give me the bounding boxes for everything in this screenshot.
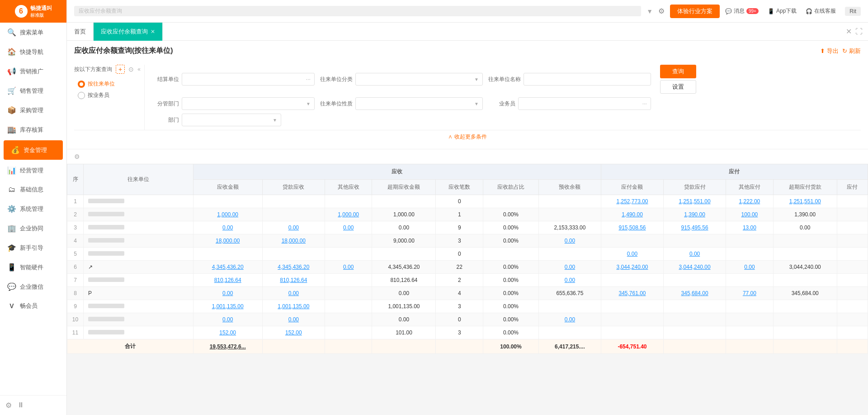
page-title: 应收应付余额查询(按往来单位): [74, 46, 173, 56]
filter-header: 按以下方案查询 + ⊙ «: [74, 65, 141, 74]
marketing-icon: 📢: [7, 67, 16, 76]
sidebar-item-label: 采购管理: [20, 106, 43, 114]
page-actions: ⬆ 导出 ↻ 刷新: [820, 47, 861, 55]
sidebar-item-label: 畅会员: [20, 302, 38, 310]
col-loan-ap: 贷款应付: [664, 180, 726, 195]
col-overdue-ar: 超期应收金额: [372, 180, 436, 195]
table-area: ⚙ 序 往来单位 应收 应付 应收金额: [67, 149, 868, 354]
tab-query-label: 应收应付余额查询: [101, 28, 148, 36]
tab-query[interactable]: 应收应付余额查询 ✕: [94, 23, 163, 41]
salesman-label: 业务员: [488, 100, 515, 108]
top-header: 应收应付余额查询 ▼ ⚙ 体验行业方案 💬 消息 99+ 📱 App下载 🎧 在…: [67, 0, 868, 23]
col-ar-ratio: 应收款占比: [483, 180, 539, 195]
sidebar-item-member[interactable]: V 畅会员: [0, 296, 66, 315]
cta-button[interactable]: 体验行业方案: [670, 5, 720, 18]
total-ar[interactable]: 19,553,472,6...: [193, 339, 262, 354]
pause-bottom-btn[interactable]: ⏸: [17, 401, 24, 410]
total-prepay: 6,417,215....: [538, 339, 601, 354]
filter-settings-btn[interactable]: ⊙: [128, 66, 134, 73]
salesman-input[interactable]: ···: [518, 97, 651, 110]
sidebar-item-quicknav[interactable]: 🏠 快捷导航: [0, 42, 66, 62]
col-ar-group-header: 应收: [193, 164, 601, 180]
sidebar-item-device[interactable]: 📱 智能硬件: [0, 258, 66, 277]
settings-icon[interactable]: ⚙: [658, 7, 665, 15]
table-row: 9 1,001,135.00 1,001,135.00 1,001,135.00…: [67, 300, 868, 313]
page-inner: 应收应付余额查询(按往来单位) ⬆ 导出 ↻ 刷新: [67, 41, 868, 354]
app-download-btn[interactable]: 📱 App下载: [768, 7, 797, 15]
tab-expand-btn[interactable]: ⛶: [855, 28, 863, 36]
sidebar-item-sales[interactable]: 🛒 销售管理: [0, 81, 66, 100]
sidebar-item-search[interactable]: 🔍 搜索菜单: [0, 23, 66, 42]
sidebar-item-label: 经营管理: [20, 167, 43, 175]
collapse-more-btn[interactable]: ∧ 收起更多条件: [74, 130, 861, 143]
tab-close-window-btn[interactable]: ✕: [846, 27, 852, 36]
export-btn[interactable]: ⬆ 导出: [820, 47, 839, 55]
dept-head-label: 分管部门: [152, 100, 179, 108]
nav-dropdown-btn[interactable]: ▼: [646, 8, 653, 15]
dept-label: 部门: [152, 116, 179, 124]
tab-close-icon[interactable]: ✕: [151, 29, 155, 35]
sidebar-item-label: 销售管理: [20, 87, 43, 95]
settings-bottom-btn[interactable]: ⚙: [5, 401, 12, 410]
system-icon: ⚙️: [7, 205, 16, 213]
sidebar-item-finance[interactable]: 💰 资金管理: [4, 140, 63, 160]
col-ap-amount: 应付金额: [601, 180, 663, 195]
settlement-input[interactable]: ···: [182, 73, 315, 86]
sidebar-item-system[interactable]: ⚙️ 系统管理: [0, 199, 66, 219]
device-icon: 📱: [7, 263, 16, 272]
sidebar-item-label: 企业微信: [20, 283, 43, 291]
sidebar-item-inventory[interactable]: 🏬 库存核算: [0, 120, 66, 139]
table-settings-icon[interactable]: ⚙: [74, 153, 80, 160]
sidebar-item-label: 新手引导: [20, 244, 43, 252]
sidebar-item-label: 系统管理: [20, 205, 43, 213]
dept-input[interactable]: ▼: [182, 114, 281, 126]
filter-collapse-btn[interactable]: «: [137, 66, 141, 72]
wechat-icon: 💬: [7, 282, 16, 291]
service-btn[interactable]: 🎧 在线客服: [806, 7, 836, 15]
message-btn[interactable]: 💬 消息 99+: [725, 7, 759, 15]
col-prepay: 预收余额: [538, 180, 601, 195]
app-icon: 📱: [768, 8, 774, 14]
page-content: 应收应付余额查询(按往来单位) ⬆ 导出 ↻ 刷新: [67, 41, 868, 415]
partner-name-label: 往来单位名称: [488, 76, 521, 83]
refresh-btn[interactable]: ↻ 刷新: [842, 47, 861, 55]
sidebar: 6 畅捷通叫 标准版 🔍 搜索菜单 🏠 快捷导航 📢 营销推广 🛒 销售管理 📦…: [0, 0, 67, 415]
user-avatar[interactable]: Rit: [845, 8, 861, 14]
settlement-label: 结算单位: [152, 76, 179, 83]
partner-category-input[interactable]: ▼: [355, 73, 483, 86]
filter-option-salesman[interactable]: 按业务员: [74, 90, 141, 101]
dept-head-input[interactable]: ▼: [182, 97, 315, 110]
sidebar-item-label: 快捷导航: [20, 48, 43, 56]
col-ar-count: 应收笔数: [436, 180, 483, 195]
filter-add-btn[interactable]: +: [116, 65, 125, 74]
partner-nature-input[interactable]: ▼: [355, 97, 483, 110]
sidebar-item-basic[interactable]: 🗂 基础信息: [0, 180, 66, 199]
sidebar-item-wechat[interactable]: 💬 企业微信: [0, 277, 66, 296]
page-title-bar: 应收应付余额查询(按往来单位) ⬆ 导出 ↻ 刷新: [67, 41, 868, 59]
sidebar-item-marketing[interactable]: 📢 营销推广: [0, 62, 66, 81]
sidebar-item-purchase[interactable]: 📦 采购管理: [0, 100, 66, 120]
member-icon: V: [7, 302, 16, 310]
partner-category-label: 往来单位分类: [320, 76, 353, 83]
partner-name-input[interactable]: [524, 73, 651, 86]
sidebar-bottom: ⚙ ⏸: [0, 395, 66, 415]
guide-icon: 🎓: [7, 243, 16, 252]
filter-label: 按以下方案查询: [74, 66, 112, 73]
home-icon: 🏠: [7, 48, 16, 56]
sidebar-item-corp[interactable]: 🏢 企业协同: [0, 219, 66, 238]
sidebar-item-label: 营销推广: [20, 67, 43, 76]
logo-sub: 标准版: [30, 12, 52, 19]
col-ap-group-header: 应付: [601, 164, 868, 180]
sidebar-item-operation[interactable]: 📊 经营管理: [0, 161, 66, 180]
logo: 6 畅捷通叫 标准版: [0, 0, 66, 23]
collapse-icon: ∧: [448, 134, 453, 140]
sidebar-item-guide[interactable]: 🎓 新手引导: [0, 238, 66, 258]
search-icon: 🔍: [7, 28, 16, 37]
set-button[interactable]: 设置: [660, 80, 696, 94]
filter-option-partner[interactable]: 按往来单位: [74, 78, 141, 90]
tab-home[interactable]: 首页: [67, 23, 94, 41]
sidebar-item-label: 库存核算: [20, 126, 43, 134]
query-button[interactable]: 查询: [660, 65, 696, 78]
total-ap: -654,751.40: [601, 339, 663, 354]
export-icon: ⬆: [820, 48, 825, 54]
